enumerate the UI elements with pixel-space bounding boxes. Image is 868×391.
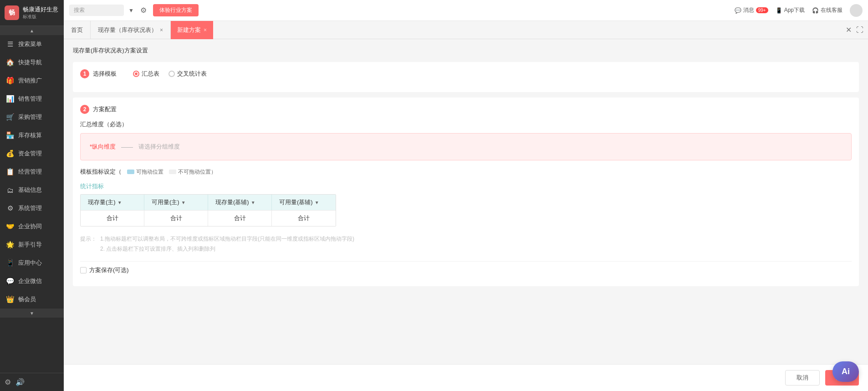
- sidebar-item-label: 企业协同: [18, 222, 42, 231]
- sidebar-item-purchase[interactable]: 🛒 采购管理: [0, 108, 64, 126]
- sidebar-item-basic-info[interactable]: 🗂 基础信息: [0, 181, 64, 199]
- draggable-color-box: [127, 170, 134, 174]
- tab-inventory-status[interactable]: 现存量（库存状况表） ×: [91, 21, 171, 39]
- chevron-down-icon-1: ▼: [181, 200, 186, 205]
- step1-section: 1 选择模板 汇总表 交叉统计表: [73, 62, 859, 92]
- sidebar-scroll-down[interactable]: ▼: [0, 309, 64, 318]
- non-draggable-color-box: [169, 170, 176, 174]
- search-menu-icon: ☰: [5, 40, 15, 49]
- tab-new-close[interactable]: ×: [204, 27, 207, 33]
- stats-section: 统计指标 现存量(主) ▼ 可用量(主) ▼ 现存量(基辅): [80, 182, 852, 228]
- app-title: 畅康通好生意: [23, 6, 58, 14]
- sidebar-item-label: 企业微信: [18, 277, 42, 285]
- dim-separator: ——: [121, 144, 133, 150]
- tab-home-label: 首页: [71, 26, 83, 34]
- marketing-icon: 🎁: [5, 76, 15, 85]
- window-close-icon[interactable]: ✕: [846, 26, 852, 34]
- stats-col-1-label: 可用量(主): [152, 198, 179, 206]
- chevron-down-icon-0: ▼: [117, 200, 122, 205]
- message-button[interactable]: 💬 消息 99+: [735, 6, 768, 14]
- draggable-label: 可拖动位置: [136, 168, 163, 176]
- topbar-search-display: 搜索: [69, 5, 124, 16]
- topbar-right: 💬 消息 99+ 📱 App下载 🎧 在线客服: [735, 4, 863, 17]
- sidebar-item-label: 采购管理: [18, 113, 42, 121]
- stats-body-col-1: 合计: [144, 211, 208, 226]
- step2-section: 2 方案配置 汇总维度（必选） *纵向维度 —— 请选择分组维度 模板指标设定（…: [73, 98, 859, 286]
- dimension-box[interactable]: *纵向维度 —— 请选择分组维度: [80, 133, 852, 160]
- legend-draggable: 可拖动位置: [127, 168, 163, 176]
- stats-col-3-label: 可用量(基辅): [279, 198, 313, 206]
- save-checkbox[interactable]: [80, 267, 87, 273]
- finance-icon: 💰: [5, 149, 15, 158]
- sidebar-item-operation[interactable]: 📋 经营管理: [0, 163, 64, 181]
- industry-plan-button[interactable]: 体验行业方案: [153, 4, 199, 16]
- window-expand-icon[interactable]: ⛶: [856, 26, 863, 34]
- step1-header: 1 选择模板 汇总表 交叉统计表: [80, 69, 852, 78]
- sidebar-item-label: 搜索菜单: [18, 40, 42, 48]
- footer: 取消 查询: [64, 364, 868, 391]
- operation-icon: 📋: [5, 167, 15, 176]
- sidebar-item-wechat[interactable]: 💬 企业微信: [0, 272, 64, 290]
- sidebar-item-app-center[interactable]: 📱 应用中心: [0, 254, 64, 272]
- sidebar-item-system[interactable]: ⚙ 系统管理: [0, 199, 64, 217]
- tip-label: 提示：: [80, 234, 97, 244]
- sales-icon: 📊: [5, 94, 15, 103]
- stats-header-col-3[interactable]: 可用量(基辅) ▼: [272, 195, 336, 210]
- purchase-icon: 🛒: [5, 113, 15, 122]
- tab-inventory-close[interactable]: ×: [160, 27, 163, 33]
- stats-header-col-2[interactable]: 现存量(基辅) ▼: [208, 195, 272, 210]
- tab-home[interactable]: 首页: [64, 21, 91, 39]
- sidebar-item-label: 库存核算: [18, 131, 42, 139]
- sidebar-scroll-up[interactable]: ▲: [0, 26, 64, 35]
- radio-cross[interactable]: 交叉统计表: [168, 70, 207, 78]
- inventory-icon: 🏪: [5, 131, 15, 140]
- tab-new-plan[interactable]: 新建方案 ×: [171, 21, 213, 39]
- template-radio-group: 汇总表 交叉统计表: [133, 70, 207, 78]
- tip-2-text: 2. 点击标题栏下拉可设置排序、插入列和删除列: [100, 244, 215, 254]
- stats-header-col-1[interactable]: 可用量(主) ▼: [144, 195, 208, 210]
- radio-cross-label: 交叉统计表: [177, 70, 207, 78]
- tip-1-text: 1.拖动标题栏可以调整布局，不可跨维度或指标区域拖动栏目字段(只能在同一维度或指…: [100, 234, 354, 244]
- dim-placeholder: 请选择分组维度: [138, 143, 180, 151]
- enterprise-icon: 🤝: [5, 222, 15, 231]
- app-center-icon: 📱: [5, 258, 15, 268]
- tab-inventory-label: 现存量（库存状况表）: [98, 26, 157, 34]
- quick-nav-icon: 🏠: [5, 58, 15, 67]
- topbar-dropdown-icon[interactable]: ▼: [128, 7, 134, 14]
- settings-icon[interactable]: ⚙: [5, 378, 11, 386]
- ai-bubble[interactable]: Ai: [832, 361, 859, 382]
- sidebar-item-newuser[interactable]: 🌟 新手引导: [0, 236, 64, 254]
- tabs-window-controls: ✕ ⛶: [846, 26, 868, 34]
- app-subtitle: 标准版: [23, 14, 58, 20]
- wechat-icon: 💬: [5, 277, 15, 286]
- tab-bar: 首页 现存量（库存状况表） × 新建方案 × ✕ ⛶: [64, 21, 868, 39]
- sidebar-item-marketing[interactable]: 🎁 营销推广: [0, 72, 64, 90]
- topbar-gear-icon[interactable]: ⚙: [140, 6, 147, 15]
- sidebar-item-quick-nav[interactable]: 🏠 快捷导航: [0, 53, 64, 72]
- help-icon[interactable]: 🔊: [15, 378, 25, 386]
- sidebar-item-enterprise[interactable]: 🤝 企业协同: [0, 217, 64, 236]
- customer-service-label: 在线客服: [821, 6, 842, 14]
- sidebar-item-inventory[interactable]: 🏪 库存核算: [0, 126, 64, 144]
- message-icon: 💬: [735, 7, 741, 14]
- customer-service-button[interactable]: 🎧 在线客服: [812, 6, 842, 14]
- sidebar-item-finance[interactable]: 💰 资金管理: [0, 144, 64, 163]
- sidebar-item-label: 经营管理: [18, 168, 42, 176]
- tips-section: 提示： 1.拖动标题栏可以调整布局，不可跨维度或指标区域拖动栏目字段(只能在同一…: [80, 234, 852, 254]
- page-title: 现存量(库存状况表)方案设置: [73, 46, 859, 55]
- message-label: 消息: [743, 6, 754, 14]
- sidebar-item-sales[interactable]: 📊 销售管理: [0, 90, 64, 108]
- sidebar-bottom: ⚙ 🔊: [0, 373, 64, 391]
- sidebar-item-label: 新手引导: [18, 241, 42, 249]
- member-icon: 👑: [5, 295, 15, 304]
- step2-badge: 2: [80, 105, 89, 114]
- sidebar-item-label: 销售管理: [18, 95, 42, 103]
- radio-summary[interactable]: 汇总表: [133, 70, 159, 78]
- user-avatar[interactable]: [850, 4, 863, 17]
- app-download-button[interactable]: 📱 App下载: [776, 6, 805, 14]
- cancel-button[interactable]: 取消: [785, 370, 820, 386]
- sidebar-item-member[interactable]: 👑 畅会员: [0, 290, 64, 309]
- stats-header-col-0[interactable]: 现存量(主) ▼: [81, 195, 144, 210]
- newuser-icon: 🌟: [5, 240, 15, 249]
- sidebar-item-search-menu[interactable]: ☰ 搜索菜单: [0, 35, 64, 53]
